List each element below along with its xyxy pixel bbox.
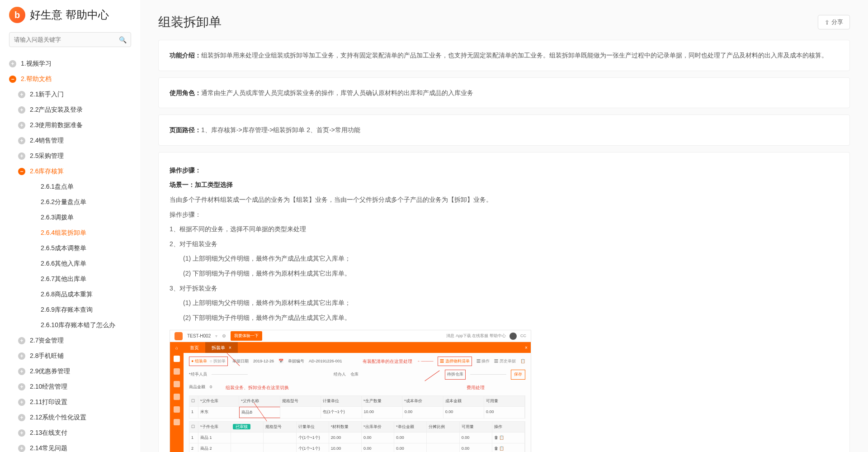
annotation: 组装业务、拆卸业务在这里切换 [226,383,289,392]
minus-icon: − [9,76,16,83]
share-button[interactable]: ⇪ 分享 [818,15,850,29]
nav-2-6-2[interactable]: 2.6.2分量盘点单 [9,195,131,210]
nav-label: 2.7资金管理 [30,337,64,345]
step-text: 操作步骤： [170,209,839,221]
annotation: 有装配清单的在这里处理 [363,357,412,366]
nav-label: 2.6.4组装拆卸单 [41,229,86,237]
nav-label: 2.10经营管理 [30,383,67,391]
nav-2-6-5[interactable]: 2.6.5成本调整单 [9,241,131,256]
nav-label: 2.4销售管理 [30,137,64,145]
nav-video[interactable]: +1.视频学习 [9,56,131,71]
nav-2-6-6[interactable]: 2.6.6其他入库单 [9,256,131,271]
nav-2-11[interactable]: +2.11打印设置 [9,395,131,410]
nav-2-3[interactable]: +2.3使用前数据准备 [9,118,131,133]
home-icon: ⌂ [175,343,178,352]
mock-tabs: ⌂ 首页 拆装单 × × [170,342,531,353]
plus-icon: + [18,91,25,98]
nav-label: 2.6.9库存账本查询 [41,306,93,314]
minus-icon: − [18,168,25,175]
nav-label: 2.12系统个性化设置 [30,414,86,422]
nav-2-6-3[interactable]: 2.6.3调拨单 [9,210,131,225]
nav-2-6-4[interactable]: 2.6.4组装拆卸单 [9,225,131,241]
side-icon [174,406,180,413]
nav-2-6-10[interactable]: 2.6.10库存账本错了怎么办 [9,318,131,333]
mock-child-table: ☐*子件仓库已审核规格型号计量单位*材料数量*出库单价*单位金额分摊比例可用量操… [189,421,525,452]
nav-label: 2.6库存核算 [30,167,64,176]
card-steps: 操作步骤： 场景一：加工类型选择 当由多个子件材料组装成一个成品的业务为【组装】… [158,152,850,452]
nav-2-10[interactable]: +2.10经营管理 [9,379,131,395]
side-icon [174,381,180,387]
nav-label: 2.6.6其他入库单 [41,260,86,268]
mock-top-items: 消息 App下载 在线客服 帮助中心 [446,332,506,340]
nav-2-12[interactable]: +2.12系统个性化设置 [9,410,131,425]
step-text: 3、对于拆装业务 [170,282,839,295]
annotation: 费用处理 [467,383,485,392]
side-icon [174,419,180,425]
card-label: 页面路径： [170,126,201,133]
avatar-icon [509,333,517,340]
plus-icon: + [18,414,25,421]
nav-2-6-9[interactable]: 2.6.9库存账本查询 [9,302,131,318]
nav-2-9[interactable]: +2.9优惠券管理 [9,364,131,379]
plus-icon: + [18,106,25,114]
nav-2-7[interactable]: +2.7资金管理 [9,333,131,348]
mock-user: CC [520,332,526,340]
screenshot-mock: TEST-H002 ▾ ⚙ 我要体验一下 消息 App下载 在线客服 帮助中心 … [170,330,531,452]
side-icon [174,368,180,375]
card-text: 组装拆卸单用来处理企业组装或拆卸等加工业务，支持有固定装配清单的产品加工业务，也… [201,52,828,59]
side-icon [174,356,180,362]
card-intro: 功能介绍：组装拆卸单用来处理企业组装或拆卸等加工业务，支持有固定装配清单的产品加… [158,40,850,71]
share-label: 分享 [831,18,843,26]
card-label: 使用角色： [170,89,201,96]
plus-icon: + [18,337,25,344]
page-title: 组装拆卸单 [158,14,222,31]
nav-2-8[interactable]: +2.8手机旺铺 [9,348,131,364]
card-label: 功能介绍： [170,52,201,59]
nav-label: 2.14常见问题 [30,444,67,452]
step-text: (1) 上部明细为父件明细，最终作为原材料生成其它出库单； [170,297,839,309]
nav-label: 2.3使用前数据准备 [30,121,83,129]
nav-2-4[interactable]: +2.4销售管理 [9,133,131,148]
nav-label: 2.9优惠券管理 [30,367,70,376]
search-input[interactable] [9,32,131,47]
mock-try-button: 我要体验一下 [231,331,262,341]
scene-label: 场景一：加工类型选择 [170,181,233,188]
nav-2-1[interactable]: +2.1新手入门 [9,87,131,102]
nav-2-5[interactable]: +2.5采购管理 [9,148,131,164]
logo-icon: b [9,7,25,23]
main-content: 组装拆卸单 ⇪ 分享 功能介绍：组装拆卸单用来处理企业组装或拆卸等加工业务，支持… [140,0,868,452]
nav-label: 2.6.8商品成本重算 [41,290,93,299]
card-text: 通常由生产人员或库管人员完成拆装业务的操作，库管人员确认原材料的出库和产成品的入… [201,89,473,96]
nav-2-14[interactable]: +2.14常见问题 [9,441,131,452]
card-path: 页面路径：1、库存核算->库存管理->组装拆卸单 2、首页->常用功能 [158,114,850,146]
nav-label: 2.6.5成本调整单 [41,244,86,252]
nav-label: 2.5采购管理 [30,152,64,160]
card-text: 1、库存核算->库存管理->组装拆卸单 2、首页->常用功能 [201,126,360,133]
mock-tab-home: 首页 [184,342,205,353]
step-text: 当由多个子件材料组装成一个成品的业务为【组装】业务，当由一个父件拆分成多个子产品… [170,194,839,206]
nav-2-13[interactable]: +2.13在线支付 [9,425,131,441]
step-text: (2) 下部明细为子件明细，最终作为产成品生成其它入库单。 [170,312,839,324]
plus-icon: + [18,383,25,390]
nav-2-2[interactable]: +2.2产品安装及登录 [9,102,131,118]
nav-2-6-7[interactable]: 2.6.7其他出库单 [9,271,131,287]
search-icon[interactable]: 🔍 [119,36,127,43]
nav-label: 2.1新手入门 [30,90,64,99]
sidebar: b 好生意 帮助中心 🔍 +1.视频学习 −2.帮助文档 +2.1新手入门 +2… [0,0,140,452]
nav-2-6[interactable]: −2.6库存核算 [9,164,131,179]
step-text: 1、根据不同的业务，选择不同单据的类型来处理 [170,223,839,235]
site-title: 好生意 帮助中心 [30,8,109,22]
nav-docs[interactable]: −2.帮助文档 [9,71,131,87]
mock-content: ● 组装单 ○ 拆卸单 单据日期2019-12-26📅 单据编号AD-20191… [184,353,531,452]
nav-label: 2.6.3调拨单 [41,214,74,222]
mock-test-id: TEST-H002 [187,332,211,340]
plus-icon: + [18,429,25,437]
mock-parent-table: ☐*父件仓库*父件名称规格型号计量单位*生产数量*成本单价成本金额可用量 1米东… [189,395,525,419]
side-icon [174,394,180,400]
nav-2-6-1[interactable]: 2.6.1盘点单 [9,179,131,195]
plus-icon: + [18,445,25,452]
step-text: (2) 下部明细为子件明细，最终作为原材料生成其它出库单。 [170,267,839,280]
nav-2-6-8[interactable]: 2.6.8商品成本重算 [9,287,131,302]
mock-topbar: TEST-H002 ▾ ⚙ 我要体验一下 消息 App下载 在线客服 帮助中心 … [170,330,531,342]
nav-label: 2.8手机旺铺 [30,352,64,360]
